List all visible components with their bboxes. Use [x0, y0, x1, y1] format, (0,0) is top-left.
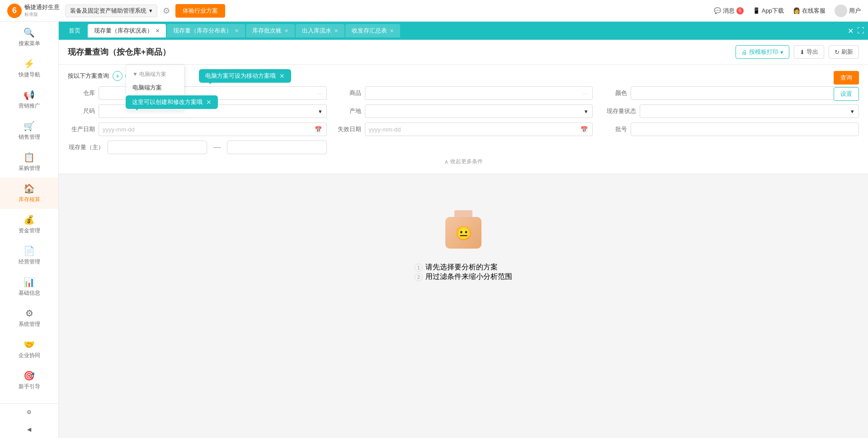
search-button[interactable]: 查询: [834, 71, 859, 85]
sidebar-item-system[interactable]: ⚙ 系统管理: [0, 302, 58, 334]
batch-input[interactable]: [631, 122, 859, 136]
tab-batch-ledger[interactable]: 库存批次账 ✕: [246, 24, 295, 38]
industry-button[interactable]: 体验行业方案: [175, 4, 225, 18]
empty-face-emoji: 😐: [455, 225, 472, 241]
sidebar-settings-button[interactable]: ⚙: [0, 404, 58, 421]
message-badge: 6: [736, 7, 744, 14]
user-menu[interactable]: 用户: [835, 5, 861, 17]
empty-box-lid: [454, 210, 472, 217]
logo: 6 畅捷通好生意 标准版: [7, 4, 60, 18]
tab-collect-summary[interactable]: 收发存汇总表 ✕: [345, 24, 400, 38]
enterprise-icon: 🤝: [24, 339, 35, 350]
step-2-text: 用过滤条件来缩小分析范围: [425, 272, 512, 282]
tab-expand-icon[interactable]: ⛶: [857, 27, 864, 35]
sidebar-collapse-button[interactable]: ◀: [0, 421, 58, 438]
tab-inventory-status-label: 现存量（库存状况表）: [94, 27, 153, 35]
sidebar-item-finance[interactable]: 💰 资金管理: [0, 209, 58, 240]
tab-inventory-dist-close[interactable]: ✕: [235, 28, 239, 34]
tab-inout-flow-label: 出入库流水: [302, 27, 331, 35]
expire-date-calendar-icon[interactable]: 📅: [580, 126, 588, 133]
phone-icon: 📱: [753, 7, 760, 14]
tab-batch-ledger-close[interactable]: ✕: [284, 28, 288, 34]
base-icon: 📊: [24, 277, 35, 287]
sidebar-item-marketing[interactable]: 📢 营销推广: [0, 84, 58, 115]
tab-inventory-status-close[interactable]: ✕: [156, 28, 160, 34]
expire-date-placeholder: yyyy-mm-dd: [369, 126, 401, 133]
print-button[interactable]: 🖨 按模板打印 ▾: [736, 45, 789, 59]
expire-date-input[interactable]: yyyy-mm-dd 📅: [365, 122, 593, 136]
sidebar-item-nav[interactable]: ⚡ 快捷导航: [0, 53, 58, 84]
settings-button[interactable]: 设置: [834, 87, 859, 101]
empty-step-2: 2 用过滤条件来缩小分析范围: [415, 272, 512, 282]
add-scheme-button[interactable]: +: [113, 71, 123, 81]
filter-field-origin: 产地 ▾: [334, 104, 593, 118]
sidebar-label-marketing: 营销推广: [19, 102, 40, 110]
top-bar-left: 6 畅捷通好生意 标准版 装备及固定资产辅助管理系统 ▾ ⚙ 体验行业方案: [7, 4, 225, 18]
export-button[interactable]: ⬇ 导出: [794, 45, 824, 59]
empty-box-shape: 😐: [445, 217, 481, 249]
sidebar-label-system: 系统管理: [19, 320, 40, 328]
sidebar-item-base[interactable]: 📊 基础信息: [0, 271, 58, 302]
color-label: 颜色: [600, 89, 627, 97]
sidebar-label-search: 搜索菜单: [19, 40, 40, 47]
export-label: 导出: [807, 48, 818, 56]
scheme-section-pc: ▼ 电脑端方案: [126, 69, 184, 80]
system-icon: ⚙: [25, 308, 33, 319]
tab-inventory-dist-label: 现存量（库存分布表）: [173, 27, 232, 35]
warehouse-label: 仓库: [68, 89, 95, 97]
sidebar-item-inventory[interactable]: 🏠 库存核算: [0, 178, 58, 209]
goods-input[interactable]: ···: [365, 86, 593, 100]
stock-qty-max-input[interactable]: [227, 141, 326, 154]
tooltip1-close[interactable]: ✕: [279, 72, 285, 80]
produce-date-calendar-icon[interactable]: 📅: [315, 126, 322, 133]
stock-qty-min-input[interactable]: [108, 141, 207, 154]
messages-button[interactable]: 💬 消息 6: [714, 7, 744, 15]
tab-inout-flow-close[interactable]: ✕: [334, 28, 338, 34]
produce-date-placeholder: yyyy-mm-dd: [103, 126, 135, 133]
refresh-button[interactable]: ↻ 刷新: [829, 45, 859, 59]
gear-icon[interactable]: ⚙: [163, 6, 170, 16]
step-1-text: 请先选择要分析的方案: [425, 263, 498, 272]
filter-field-stock-qty: 现存量（主） —: [68, 141, 327, 154]
system-selector[interactable]: 装备及固定资产辅助管理系统 ▾: [65, 5, 157, 17]
filter-header: 按以下方案查询 + ✎ ← ▼ 电脑端方案 电脑端方案: [68, 71, 859, 81]
tooltip2-close[interactable]: ✕: [206, 99, 212, 106]
sidebar-bottom: ⚙ ◀: [0, 403, 58, 438]
sidebar-item-search[interactable]: 🔍 搜索菜单: [0, 22, 58, 53]
filter-field-expire-date: 失效日期 yyyy-mm-dd 📅: [334, 122, 593, 136]
sidebar-item-operation[interactable]: 📄 经营管理: [0, 240, 58, 271]
goods-label: 商品: [334, 89, 361, 97]
filter-collapse-button[interactable]: ∧ 收起更多条件: [68, 154, 859, 169]
sidebar-item-guide[interactable]: 🎯 新手引导: [0, 365, 58, 396]
scheme-item-pc[interactable]: 电脑端方案: [126, 80, 184, 95]
main-layout: 🔍 搜索菜单 ⚡ 快捷导航 📢 营销推广 🛒 销售管理 📋 采购管理 🏠 库存核…: [0, 22, 868, 438]
size-label: 尺码: [68, 107, 95, 115]
sidebar-item-enterprise[interactable]: 🤝 企业协同: [0, 334, 58, 365]
top-bar-right: 💬 消息 6 📱 App下载 👩 在线客服 用户: [714, 5, 861, 17]
origin-select[interactable]: ▾: [365, 104, 593, 118]
online-service-button[interactable]: 👩 在线客服: [793, 7, 826, 15]
produce-date-input[interactable]: yyyy-mm-dd 📅: [99, 122, 327, 136]
tab-collect-summary-close[interactable]: ✕: [390, 28, 394, 34]
collapse-label: 收起更多条件: [450, 158, 483, 165]
message-label: 消息: [723, 7, 735, 15]
app-download-button[interactable]: 📱 App下载: [753, 7, 784, 15]
collapse-chevron-icon: ∧: [444, 159, 448, 165]
stock-status-select[interactable]: ▾: [640, 104, 859, 118]
page-title: 现存量查询（按仓库+商品）: [68, 47, 170, 57]
tab-inventory-dist[interactable]: 现存量（库存分布表） ✕: [167, 24, 245, 38]
color-select[interactable]: ▾: [631, 86, 859, 100]
sidebar-item-purchase[interactable]: 📋 采购管理: [0, 146, 58, 178]
tab-inventory-status[interactable]: 现存量（库存状况表） ✕: [88, 24, 166, 38]
filter-area: 电脑方案可设为移动方案哦 ✕ 这里可以创建和修改方案哦 ✕ 按以下方案查询 + …: [59, 65, 868, 174]
finance-icon: 💰: [24, 214, 35, 225]
filter-field-produce-date: 生产日期 yyyy-mm-dd 📅: [68, 122, 327, 136]
sidebar-item-sales[interactable]: 🛒 销售管理: [0, 115, 58, 146]
print-label: 按模板打印: [749, 48, 778, 56]
tab-home[interactable]: 首页: [62, 24, 87, 38]
tab-inout-flow[interactable]: 出入库流水 ✕: [296, 24, 344, 38]
tab-close-all-icon[interactable]: ✕: [848, 27, 854, 35]
tab-home-label: 首页: [69, 27, 80, 35]
chevron-down-icon: ▾: [149, 7, 152, 14]
message-icon: 💬: [714, 7, 721, 14]
